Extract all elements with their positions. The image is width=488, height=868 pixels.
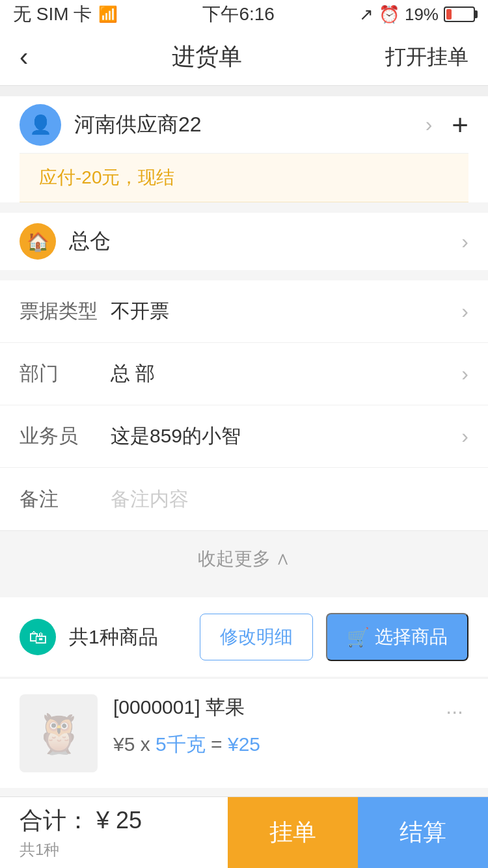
select-product-button[interactable]: 🛒 选择商品 [326, 613, 468, 661]
collapse-button[interactable]: 收起更多 ∧ [0, 530, 488, 587]
products-header: 🛍 共1种商品 修改明细 🛒 选择商品 [0, 597, 488, 677]
battery-fill [446, 9, 452, 20]
payment-notice: 应付-20元，现结 [20, 154, 468, 202]
back-button[interactable]: ‹ [20, 42, 28, 72]
nav-bar: ‹ 进货单 打开挂单 [0, 29, 488, 86]
product-code: [0000001] [113, 696, 200, 718]
supplier-name: 河南供应商22 [74, 111, 426, 139]
warehouse-symbol: 🏠 [27, 231, 49, 252]
total-count: 共1种 [20, 839, 208, 860]
add-button[interactable]: + [452, 109, 468, 141]
cart-icon: 🛍 [29, 627, 47, 648]
quantity: 5千克 [156, 733, 206, 755]
department-value: 总 部 [111, 360, 461, 387]
checkout-button[interactable]: 结算 [358, 797, 488, 869]
edit-detail-button[interactable]: 修改明细 [200, 614, 313, 660]
alarm-icon: ⏰ [379, 5, 400, 25]
total-section: 合计： ¥ 25 共1种 [0, 805, 228, 860]
form-section: 票据类型 不开票 › 部门 总 部 › 业务员 这是859的小智 › 备注 备注… [0, 280, 488, 530]
page-title: 进货单 [172, 41, 242, 73]
product-info: [0000001] 苹果 ¥5 x 5千克 = ¥25 [113, 694, 441, 758]
remark-row[interactable]: 备注 备注内容 [0, 468, 488, 530]
location-icon: ↗ [359, 5, 373, 25]
status-left: 无 SIM 卡 📶 [13, 2, 118, 27]
avatar: 👤 [20, 104, 61, 146]
supplier-section: 👤 河南供应商22 › + 应付-20元，现结 [0, 96, 488, 202]
remark-input[interactable]: 备注内容 [111, 486, 468, 513]
supplier-row[interactable]: 👤 河南供应商22 › + [20, 96, 468, 154]
open-hang-button[interactable]: 打开挂单 [385, 43, 468, 72]
warehouse-row[interactable]: 🏠 总仓 › [20, 213, 468, 270]
warehouse-section[interactable]: 🏠 总仓 › [0, 213, 488, 270]
chevron-right-icon: › [426, 113, 433, 137]
product-name: [0000001] 苹果 [113, 694, 441, 721]
wifi-icon: 📶 [98, 5, 118, 23]
chevron-icon-dept: › [461, 362, 468, 386]
battery-icon [444, 7, 475, 22]
section-gap-1 [0, 86, 488, 96]
total-label: 合计： [20, 807, 90, 834]
hang-button[interactable]: 挂单 [228, 797, 358, 869]
line-total: ¥25 [228, 733, 260, 755]
bottom-bar: 合计： ¥ 25 共1种 挂单 结算 [0, 796, 488, 868]
owl-icon: 🦉 [34, 711, 83, 757]
avatar-icon: 👤 [29, 114, 52, 135]
multiply-sign: x [141, 733, 156, 755]
total-value: ¥ 25 [96, 807, 142, 834]
product-thumbnail: 🦉 [20, 694, 98, 772]
select-label: 选择商品 [375, 625, 448, 649]
chevron-icon: › [461, 230, 468, 254]
unit-price: ¥5 [113, 733, 135, 755]
status-bar: 无 SIM 卡 📶 下午6:16 ↗ ⏰ 19% [0, 0, 488, 29]
status-right: ↗ ⏰ 19% [359, 5, 475, 25]
product-count-icon: 🛍 [20, 619, 56, 655]
product-title: 苹果 [206, 696, 245, 718]
product-count-text: 共1种商品 [69, 624, 187, 651]
product-item: 🦉 [0000001] 苹果 ¥5 x 5千克 = ¥25 ··· [0, 678, 488, 788]
select-icon: 🛒 [347, 627, 370, 648]
salesperson-row[interactable]: 业务员 这是859的小智 › [0, 405, 488, 468]
time-label: 下午6:16 [202, 2, 275, 27]
department-row[interactable]: 部门 总 部 › [0, 343, 488, 405]
salesperson-label: 业务员 [20, 423, 111, 450]
remark-label: 备注 [20, 486, 111, 513]
product-price: ¥5 x 5千克 = ¥25 [113, 731, 441, 758]
more-options-button[interactable]: ··· [441, 694, 468, 729]
chevron-icon-sales: › [461, 424, 468, 448]
battery-percent: 19% [405, 5, 439, 25]
warehouse-icon: 🏠 [20, 223, 56, 260]
carrier-label: 无 SIM 卡 [13, 2, 92, 27]
invoice-type-value: 不开票 [111, 298, 461, 325]
salesperson-value: 这是859的小智 [111, 423, 461, 450]
warehouse-label: 总仓 [69, 227, 461, 256]
invoice-type-label: 票据类型 [20, 298, 111, 325]
equals-sign: = [211, 733, 228, 755]
department-label: 部门 [20, 360, 111, 387]
invoice-type-row[interactable]: 票据类型 不开票 › [0, 280, 488, 343]
total-amount: 合计： ¥ 25 [20, 805, 208, 837]
chevron-icon-invoice: › [461, 299, 468, 323]
